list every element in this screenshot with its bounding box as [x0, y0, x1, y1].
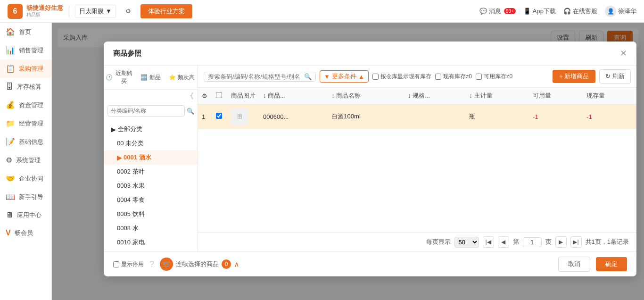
col-code-header[interactable]: ↕ 商品...: [259, 88, 328, 104]
collapse-left-btn[interactable]: 《: [186, 92, 194, 101]
settings-icon[interactable]: ⚙: [122, 5, 135, 18]
user-avatar: 👤: [605, 6, 616, 17]
tree-item-appliance[interactable]: 0010 家电: [104, 235, 198, 250]
sidebar-item-home[interactable]: 🏠 首页: [0, 23, 51, 41]
sidebar-item-inventory[interactable]: 🗄 库存核算: [0, 78, 51, 96]
per-page-select[interactable]: 50 20 100: [454, 237, 479, 248]
last-page-btn[interactable]: ▶|: [570, 236, 582, 248]
sidebar-item-collab[interactable]: 🤝 企业协同: [0, 169, 51, 188]
tree-label-liquor: 0001 酒水: [124, 153, 151, 162]
cart-icon[interactable]: 🛒: [160, 258, 173, 271]
col-unit-header[interactable]: ↕ 主计量: [465, 88, 529, 104]
tree-item-fruit[interactable]: 0003 水果: [104, 179, 198, 193]
tree-item-water[interactable]: 0008 水: [104, 221, 198, 235]
nav-msg[interactable]: 💬 消息 99+: [479, 7, 516, 16]
table-row[interactable]: 1 图 000600...: [198, 104, 636, 129]
checkbox-warehouse-input[interactable]: [372, 74, 379, 80]
tree-item-snack[interactable]: 0004 零食: [104, 193, 198, 207]
row-img-cell: 图: [227, 104, 259, 129]
col-name-header[interactable]: ↕ 商品名称: [328, 88, 404, 104]
col-img-header: 商品图片: [227, 88, 259, 104]
tree-item-uncategorized[interactable]: 00 未分类: [104, 136, 198, 150]
nav-user[interactable]: 👤 徐泽华: [605, 6, 636, 17]
category-search-icon[interactable]: 🔍: [187, 108, 194, 115]
product-table-area: ⚙ 商品图片 ↕ 商品... ↕ 商品名称: [198, 88, 636, 232]
new-icon: 🆕: [140, 74, 148, 81]
star-icon: ⭐: [169, 74, 176, 81]
checkbox-stock-nonzero[interactable]: 现有库存≠0: [435, 73, 472, 81]
tree-label-fruit: 0003 水果: [117, 182, 145, 190]
tree-item-drink[interactable]: 0005 饮料: [104, 207, 198, 221]
sales-icon: 📊: [6, 46, 15, 55]
confirm-btn[interactable]: 确定: [596, 257, 627, 271]
nav-right: 💬 消息 99+ 📱 App下载 🎧 在线客服 👤 徐泽华: [479, 6, 636, 17]
modal-body: 🕐 近期购买 🆕 新品 ⭐ 频次高 《: [104, 66, 636, 251]
checkbox-warehouse[interactable]: 按仓库显示现有库存: [372, 73, 431, 81]
inventory-icon: 🗄: [6, 83, 13, 91]
row-available: -1: [529, 104, 583, 129]
row-checkbox[interactable]: [216, 113, 222, 119]
show-disabled-checkbox[interactable]: [113, 261, 119, 267]
sidebar-item-vip[interactable]: V 畅会员: [0, 224, 51, 242]
sidebar-item-business[interactable]: 📁 经营管理: [0, 114, 51, 133]
checkbox-available-input[interactable]: [476, 74, 482, 80]
row-name: 白酒100ml: [328, 104, 404, 129]
sidebar-label-inventory: 库存核算: [17, 83, 41, 91]
checkbox-stock-input[interactable]: [435, 74, 441, 80]
prev-page-btn[interactable]: ◀: [498, 236, 509, 248]
left-tabs: 🕐 近期购买 🆕 新品 ⭐ 频次高: [104, 66, 198, 90]
per-page-label: 每页显示: [426, 238, 451, 246]
tab-frequent[interactable]: ⭐ 频次高: [166, 66, 198, 89]
filter-btn[interactable]: ▼ 更多条件 ▲: [320, 70, 369, 83]
add-product-btn[interactable]: + 新增商品: [553, 70, 595, 83]
nav-app[interactable]: 📱 App下载: [523, 7, 556, 16]
help-icon[interactable]: ?: [149, 259, 154, 269]
cancel-btn[interactable]: 取消: [558, 257, 590, 272]
col-spec-header[interactable]: ↕ 规格...: [404, 88, 465, 104]
sidebar-item-sales[interactable]: 📊 销售管理: [0, 41, 51, 59]
modal-close-btn[interactable]: ✕: [620, 48, 627, 58]
search-magnify-icon[interactable]: 🔍: [304, 73, 312, 80]
tree-label-uncategorized: 00 未分类: [117, 139, 144, 148]
collapse-footer-btn[interactable]: ∧: [234, 260, 239, 269]
sidebar-item-system[interactable]: ⚙ 系统管理: [0, 151, 51, 169]
col-available-header[interactable]: 可用量: [529, 88, 583, 104]
nav-dropdown-label: 日太阳膜: [79, 7, 104, 16]
sidebar-item-guide[interactable]: 📖 新手引导: [0, 188, 51, 206]
tab-recent[interactable]: 🕐 近期购买: [104, 66, 135, 89]
tree-item-all[interactable]: ▶ 全部分类: [104, 122, 198, 136]
checkbox-available-nonzero[interactable]: 可用库存≠0: [476, 73, 512, 81]
select-all-checkbox[interactable]: [216, 92, 222, 98]
checkbox-warehouse-label: 按仓库显示现有库存: [380, 73, 431, 81]
sidebar-label-home: 首页: [19, 28, 31, 36]
content-area: 采购入库 设置 刷新 查询 商品参照 ✕: [52, 23, 644, 300]
vip-icon: V: [6, 229, 11, 237]
nav-divider: [69, 6, 69, 17]
tree-item-liquor[interactable]: ▶ 0001 酒水: [104, 150, 198, 165]
sidebar-item-finance[interactable]: 💰 资金管理: [0, 96, 51, 114]
sidebar-item-purchase[interactable]: 📋 采购管理: [0, 59, 51, 78]
page-input[interactable]: [523, 237, 542, 247]
col-stock-header[interactable]: 现存量: [583, 88, 636, 104]
modal-title: 商品参照: [113, 49, 141, 58]
nav-service[interactable]: 🎧 在线客服: [563, 7, 597, 16]
show-disabled-label[interactable]: 显示停用: [113, 260, 144, 268]
tab-new[interactable]: 🆕 新品: [135, 66, 166, 89]
message-icon: 💬: [479, 8, 487, 15]
category-search-input[interactable]: [107, 105, 185, 117]
headset-icon: 🎧: [563, 8, 571, 15]
arrow-icon-liquor: ▶: [117, 154, 122, 161]
sidebar-label-finance: 资金管理: [19, 101, 43, 109]
first-page-btn[interactable]: |◀: [483, 236, 494, 248]
nav-dropdown[interactable]: 日太阳膜 ▼: [75, 5, 116, 18]
tree-item-tea[interactable]: 0002 茶叶: [104, 165, 198, 179]
exp-btn[interactable]: 体验行业方案: [140, 4, 192, 18]
refresh-btn[interactable]: ↻ 刷新: [599, 69, 631, 83]
product-table: ⚙ 商品图片 ↕ 商品... ↕ 商品名称: [198, 88, 636, 129]
product-search-input[interactable]: [208, 73, 302, 80]
sidebar-item-apps[interactable]: 🖥 应用中心: [0, 206, 51, 224]
col-settings[interactable]: ⚙: [198, 88, 212, 104]
table-header-row: ⚙ 商品图片 ↕ 商品... ↕ 商品名称: [198, 88, 636, 104]
sidebar-item-basic[interactable]: 📝 基础信息: [0, 133, 51, 151]
next-page-btn[interactable]: ▶: [555, 236, 567, 248]
